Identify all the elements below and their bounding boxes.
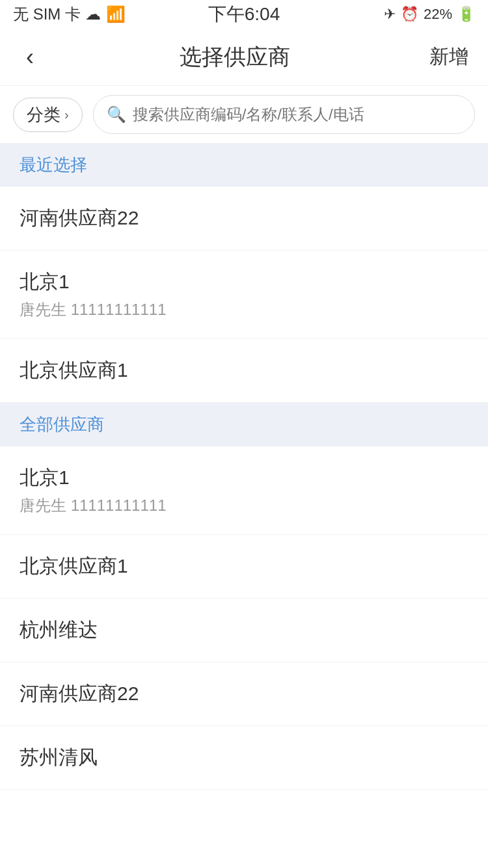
battery-text: 22% [424,6,452,23]
wifi-icon: 📶 [106,5,126,23]
list-item-name: 北京供应商1 [20,553,468,580]
list-item-name: 北京1 [20,465,468,491]
no-sim-text: 无 SIM 卡 ☁ [13,4,101,25]
status-time: 下午6:04 [208,2,280,27]
list-item-sub: 唐先生 11111111111 [20,299,468,320]
recent-list: 河南供应商22北京1唐先生 11111111111北京供应商1 [0,187,488,403]
all-list: 北京1唐先生 11111111111北京供应商1杭州维达河南供应商22苏州清风 [0,446,488,790]
list-item-name: 北京供应商1 [20,357,468,384]
search-icon: 🔍 [107,105,126,124]
search-input[interactable] [133,105,461,124]
list-item[interactable]: 北京1唐先生 11111111111 [0,446,488,535]
status-bar: 无 SIM 卡 ☁ 📶 下午6:04 ✈ ⏰ 22% 🔋 [0,0,488,29]
status-right: ✈ ⏰ 22% 🔋 [384,6,475,23]
add-button[interactable]: 新增 [429,44,468,70]
all-section-label: 全部供应商 [20,414,104,434]
alarm-icon: ⏰ [401,6,418,23]
list-item-name: 苏州清风 [20,744,468,771]
list-item[interactable]: 苏州清风 [0,726,488,790]
location-icon: ✈ [384,6,396,23]
list-item-name: 河南供应商22 [20,681,468,707]
recent-section-label: 最近选择 [20,155,87,174]
battery-icon: 🔋 [457,6,475,23]
page-title: 选择供应商 [180,42,290,72]
nav-bar: ‹ 选择供应商 新增 [0,29,488,86]
filter-bar: 分类 › 🔍 [0,86,488,143]
chevron-right-icon: › [64,107,69,122]
category-label: 分类 [27,103,61,126]
back-button[interactable]: ‹ [20,37,40,77]
category-button[interactable]: 分类 › [13,98,83,132]
list-item-name: 北京1 [20,269,468,295]
list-item[interactable]: 北京1唐先生 11111111111 [0,251,488,339]
all-section-header: 全部供应商 [0,403,488,446]
list-item[interactable]: 北京供应商1 [0,535,488,599]
list-item-name: 杭州维达 [20,617,468,644]
status-left: 无 SIM 卡 ☁ 📶 [13,4,126,25]
list-item[interactable]: 杭州维达 [0,599,488,662]
search-box[interactable]: 🔍 [93,95,475,134]
recent-section-header: 最近选择 [0,143,488,187]
list-item[interactable]: 北京供应商1 [0,339,488,403]
list-item[interactable]: 河南供应商22 [0,662,488,726]
list-item-sub: 唐先生 11111111111 [20,495,468,516]
list-item[interactable]: 河南供应商22 [0,187,488,251]
list-item-name: 河南供应商22 [20,205,468,232]
